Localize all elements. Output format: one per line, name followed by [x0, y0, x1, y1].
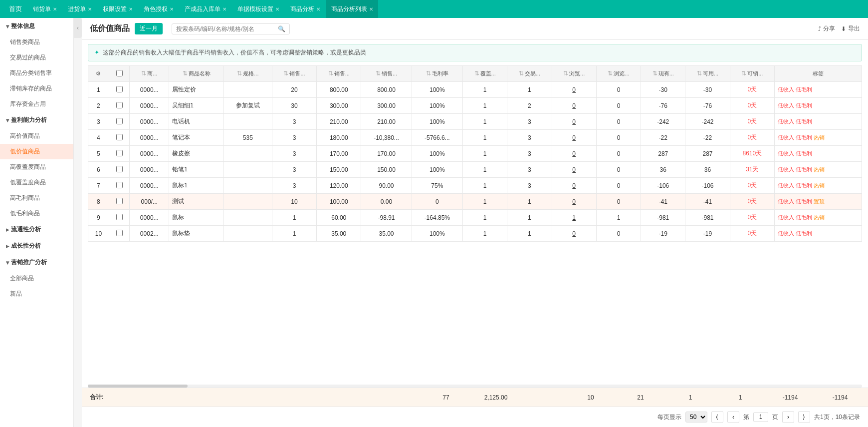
table-row: 100002...鼠标垫135.0035.00100%1100-19-190天低… — [88, 226, 862, 242]
row-checkbox[interactable] — [116, 118, 123, 124]
close-template-settings-icon[interactable]: ✕ — [275, 6, 279, 12]
col-name[interactable]: ⇅商品名称 — [169, 66, 224, 82]
row-view1[interactable]: 0 — [572, 102, 576, 109]
sort-icon-spec: ⇅ — [237, 70, 242, 77]
row-checkbox[interactable] — [116, 214, 123, 220]
row-name: 笔记本 — [169, 130, 224, 146]
col-checkbox[interactable] — [109, 66, 129, 82]
sidebar-group-growth[interactable]: ▸ 成长性分析 — [0, 238, 73, 254]
first-page-button[interactable]: ⟨ — [711, 411, 723, 423]
row-code: 0000... — [130, 98, 169, 114]
last-page-button[interactable]: ⟩ — [798, 411, 810, 423]
close-purchase-order-icon[interactable]: ✕ — [88, 6, 92, 12]
col-tags: 标签 — [774, 66, 862, 82]
col-salable[interactable]: ⇅可销... — [730, 66, 774, 82]
row-checkbox[interactable] — [116, 102, 123, 108]
sidebar-collapse-button[interactable]: ‹ — [74, 18, 82, 38]
row-qty: 20 — [272, 82, 316, 98]
nav-permissions[interactable]: 权限设置 ✕ — [98, 0, 138, 18]
row-checkbox[interactable] — [116, 150, 123, 156]
sidebar-item-sales-goods[interactable]: 销售类商品 — [0, 34, 73, 50]
filter-button[interactable]: 近一月 — [135, 23, 163, 34]
arrow-down-icon-2: ▾ — [6, 117, 9, 124]
close-sales-order-icon[interactable]: ✕ — [53, 6, 57, 12]
row-view1[interactable]: 1 — [572, 214, 576, 221]
row-qty: 3 — [272, 130, 316, 146]
col-stock[interactable]: ⇅现有... — [641, 66, 685, 82]
col-avail[interactable]: ⇅可用... — [685, 66, 730, 82]
nav-home[interactable]: 首页 — [4, 0, 27, 18]
row-trade: 1 — [507, 82, 552, 98]
row-sale1: 170.00 — [317, 146, 361, 162]
col-sale1[interactable]: ⇅销售... — [317, 66, 361, 82]
row-view1[interactable]: 0 — [572, 118, 576, 125]
row-checkbox[interactable] — [116, 198, 123, 204]
nav-template-settings[interactable]: 单据模板设置 ✕ — [232, 0, 284, 18]
sidebar-item-high-margin[interactable]: 高毛利商品 — [0, 190, 73, 206]
row-checkbox[interactable] — [116, 230, 123, 236]
sidebar-item-high-value[interactable]: 高价值商品 — [0, 128, 73, 144]
sidebar-group-profitability[interactable]: ▾ 盈利能力分析 — [0, 112, 73, 128]
sidebar-item-slow-moving[interactable]: 滞销库存的商品 — [0, 81, 73, 96]
col-trade[interactable]: ⇅交易... — [507, 66, 552, 82]
row-view1[interactable]: 0 — [572, 230, 576, 237]
page-input[interactable] — [753, 412, 768, 422]
nav-sales-order[interactable]: 销货单 ✕ — [28, 0, 62, 18]
nav-role-auth[interactable]: 角色授权 ✕ — [139, 0, 179, 18]
sidebar-item-high-coverage[interactable]: 高覆盖度商品 — [0, 159, 73, 175]
col-view2[interactable]: ⇅浏览... — [596, 66, 641, 82]
export-button[interactable]: ⬇ 导出 — [841, 24, 860, 33]
row-checkbox[interactable] — [116, 182, 123, 188]
close-permissions-icon[interactable]: ✕ — [129, 6, 133, 12]
sidebar-item-new-goods[interactable]: 新品 — [0, 286, 73, 302]
nav-purchase-order[interactable]: 进货单 ✕ — [63, 0, 97, 18]
sidebar-item-inventory-capital[interactable]: 库存资金占用 — [0, 96, 73, 112]
row-view1[interactable]: 0 — [572, 86, 576, 93]
nav-goods-analysis-list[interactable]: 商品分析列表 ✕ — [326, 0, 378, 18]
row-code: 0002... — [130, 226, 169, 242]
sidebar-group-overall[interactable]: ▾ 整体信息 — [0, 18, 73, 34]
row-checkbox[interactable] — [116, 166, 123, 172]
sidebar-group-liquidity[interactable]: ▸ 流通性分析 — [0, 221, 73, 238]
col-qty[interactable]: ⇅销售... — [272, 66, 316, 82]
next-page-button[interactable]: › — [782, 411, 794, 423]
search-input[interactable] — [176, 25, 276, 32]
row-checkbox[interactable] — [116, 86, 123, 92]
nav-finished-goods[interactable]: 产成品入库单 ✕ — [180, 0, 231, 18]
page-size-select[interactable]: 50 — [685, 412, 707, 423]
col-cover[interactable]: ⇅覆盖... — [462, 66, 507, 82]
sidebar-item-traded-goods[interactable]: 交易过的商品 — [0, 50, 73, 65]
sidebar-item-all-goods[interactable]: 全部商品 — [0, 271, 73, 286]
row-view1[interactable]: 0 — [572, 198, 576, 205]
col-settings[interactable]: ⚙ — [88, 66, 109, 82]
sidebar-item-low-coverage[interactable]: 低覆盖度商品 — [0, 175, 73, 190]
row-checkbox[interactable] — [116, 134, 123, 140]
row-salable: 0天 — [730, 114, 774, 130]
close-goods-analysis-icon[interactable]: ✕ — [316, 6, 320, 12]
sort-icon-sale1: ⇅ — [328, 70, 333, 77]
select-all-checkbox[interactable] — [116, 70, 123, 76]
sidebar-item-low-margin[interactable]: 低毛利商品 — [0, 206, 73, 221]
row-view1[interactable]: 0 — [572, 182, 576, 189]
col-sale2[interactable]: ⇅销售... — [361, 66, 412, 82]
row-sale2: 210.00 — [361, 114, 412, 130]
share-button[interactable]: ⤴ 分享 — [818, 24, 835, 33]
close-role-auth-icon[interactable]: ✕ — [170, 6, 174, 12]
nav-goods-analysis[interactable]: 商品分析 ✕ — [285, 0, 325, 18]
row-view1[interactable]: 0 — [572, 150, 576, 157]
col-margin[interactable]: ⇅毛利率 — [412, 66, 462, 82]
search-icon[interactable]: 🔍 — [278, 25, 285, 32]
row-stock: 36 — [641, 162, 685, 178]
sidebar-group-marketing[interactable]: ▾ 营销推广分析 — [0, 254, 73, 271]
col-spec[interactable]: ⇅规格... — [223, 66, 272, 82]
close-finished-goods-icon[interactable]: ✕ — [222, 6, 226, 12]
sidebar-item-category-sales-rate[interactable]: 商品分类销售率 — [0, 65, 73, 81]
col-view1[interactable]: ⇅浏览... — [552, 66, 596, 82]
row-view1[interactable]: 0 — [572, 134, 576, 141]
row-sale2: 90.00 — [361, 178, 412, 194]
close-goods-analysis-list-icon[interactable]: ✕ — [369, 6, 373, 12]
col-code[interactable]: ⇅商... — [130, 66, 169, 82]
row-view1[interactable]: 0 — [572, 166, 576, 173]
prev-page-button[interactable]: ‹ — [727, 411, 739, 423]
sidebar-item-low-value[interactable]: 低价值商品 — [0, 144, 73, 159]
